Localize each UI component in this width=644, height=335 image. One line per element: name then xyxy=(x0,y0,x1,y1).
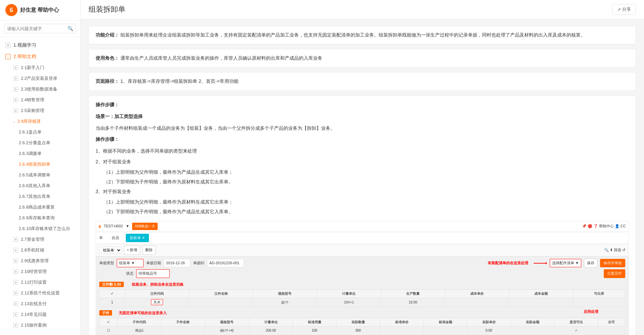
mock-status-value: 待审核品号 xyxy=(136,269,170,278)
sidebar-item-2-6-7[interactable]: 2.6.7其他出库单 xyxy=(0,191,80,202)
mock-lth-actprice: 实际单价 xyxy=(467,318,511,327)
mock-del-btn[interactable]: 删除 xyxy=(142,245,156,255)
sidebar-label-2-11: 2.11打印设置 xyxy=(21,279,47,285)
mock-upper-label: 父件数 5.00 xyxy=(99,282,124,287)
mock-lth-spec: 规格型号 xyxy=(205,318,249,327)
sidebar-label-2-1: 2.1新手入门 xyxy=(21,65,44,71)
sidebar-label-2-3: 2.3使用前数据准备 xyxy=(21,86,57,92)
sidebar-item-2-7[interactable]: + 2.7资金管理 xyxy=(0,234,80,245)
sidebar-item-video[interactable]: + 1.视频学习 xyxy=(0,40,80,51)
sub-expand-icon: + xyxy=(13,323,18,328)
mock-tab-active[interactable]: 新新单 ✕ xyxy=(126,234,149,242)
mock-choose-btn[interactable]: 选择配件清单 ▼ xyxy=(550,259,581,268)
expand-icon: + xyxy=(5,43,11,48)
step3-sub1: （1）上部明细为父件明细，最终作为原材料生成其它出库单； xyxy=(96,198,629,206)
sub-expand-icon: + xyxy=(13,248,18,253)
sidebar-label-2-6-6: 2.6.6其他入库单 xyxy=(19,183,50,189)
search-area: 🔍 xyxy=(0,20,80,37)
path-box: 页面路径： 1、库存核算->库存管理->组装拆卸单 2、首页->常用功能 xyxy=(89,72,636,91)
role-label: 使用角色： xyxy=(96,55,119,61)
sidebar-item-2-10[interactable]: + 2.10经营管理 xyxy=(0,266,80,277)
share-icon: ↗ xyxy=(617,7,621,12)
mock-th-costamt: 成本金额 xyxy=(509,290,573,298)
sub-expand-icon: + xyxy=(13,237,18,242)
sidebar-label-2-6-2: 2.6.2分量盘点单 xyxy=(19,140,50,146)
screenshot-container: 6 TEST-H002 ▼ 同期数据一天 📌 🔴 ❓ 帮助中心 👤 CC ≡ 自… xyxy=(96,221,629,335)
svg-marker-1 xyxy=(546,262,547,265)
sidebar-item-2-6-5[interactable]: 2.6.5成本调整单 xyxy=(0,170,80,180)
mock-status-label: 状态 xyxy=(126,270,133,277)
search-input[interactable] xyxy=(7,26,67,31)
sidebar-item-2-1[interactable]: + 2.1新手入门 xyxy=(0,62,80,73)
mock-th-spec: 规格型号 xyxy=(253,290,317,298)
nav-sub-docs: + 2.1新手入门 + 2.2产品安装及登录 + 2.3使用前数据准备 + 2.… xyxy=(0,62,80,331)
sidebar-item-2-4[interactable]: + 2.4销售管理 xyxy=(0,95,80,105)
mock-upper-table: ✓ 父件代码 父件名称 规格型号 计量单位 生产数量 成本单价 成本金额 可出库 xyxy=(99,289,625,307)
page-title: 组装拆卸单 xyxy=(89,4,125,14)
mock-th-check: ✓ xyxy=(100,290,125,298)
mock-lower-table: ✓ 子件代码 子件名称 规格型号 计量单位 标准用量 实际数量 标准单价 标准金 xyxy=(99,318,625,335)
search-icon[interactable]: 🔍 xyxy=(67,26,73,31)
sub-expand-icon: + xyxy=(13,87,18,92)
sidebar-label-2-5: 2.5采购管理 xyxy=(21,108,44,114)
mock-top-icons: 📌 🔴 ❓ 帮助中心 👤 CC xyxy=(582,223,626,230)
sidebar-item-2-13[interactable]: + 2.13在线支付 xyxy=(0,298,80,309)
sidebar-label-2-15: 2.15操作案例 xyxy=(21,322,47,328)
sidebar-item-2-11[interactable]: + 2.11打印设置 xyxy=(0,277,80,288)
mock-add-btn[interactable]: + 新增 xyxy=(124,245,140,255)
mock-date-value[interactable]: 2019-12-26 xyxy=(164,259,191,268)
mock-tab-home[interactable]: 自员 xyxy=(108,234,122,242)
sub-expand-icon: + xyxy=(13,291,18,295)
mock-type-select[interactable]: 组装单 拆卸单 xyxy=(99,247,122,254)
sidebar-item-2-6-8[interactable]: 2.6.8商品成本重算 xyxy=(0,202,80,213)
mock-lower-row-1: ☐ 商品1 (标/个+4) 200.00 100 300 xyxy=(100,327,625,335)
mock-confirm-btn[interactable]: 立案完毕 xyxy=(604,269,625,278)
mock-right-icons: 🔍 ⬇ 筛选 ↺ xyxy=(604,247,625,254)
sidebar-item-2-6-10[interactable]: 2.6.10库存账本错了怎么办 xyxy=(0,223,80,234)
share-button[interactable]: ↗ 分享 xyxy=(612,4,636,15)
sidebar-item-2-9[interactable]: + 2.9优惠券管理 xyxy=(0,256,80,266)
step2-sub1: （1）上部明细为父件明细，最终作为产成品生成其它入库单； xyxy=(96,168,629,176)
sidebar-item-2-6-2[interactable]: 2.6.2分量盘点单 xyxy=(0,137,80,148)
mock-nav-tabs: ≡ 自员 新新单 ✕ xyxy=(96,232,629,244)
mock-sidebar-icons: ≡ xyxy=(99,233,102,243)
sidebar-item-2-3[interactable]: + 2.3使用前数据准备 xyxy=(0,84,80,95)
sidebar-item-docs[interactable]: - 2.帮助文档 xyxy=(0,51,80,62)
sidebar-item-2-6-4[interactable]: 2.6.4组装拆卸单 xyxy=(0,159,80,170)
sidebar-item-2-14[interactable]: + 2.14常见问题 xyxy=(0,309,80,320)
sidebar-label-2-2: 2.2产品安装及登录 xyxy=(21,75,57,81)
mock-audit-btn[interactable]: 保存并审核 xyxy=(600,259,625,268)
sidebar-item-2-8[interactable]: + 2.8手机旺辅 xyxy=(0,245,80,256)
mock-th-canout: 可出库 xyxy=(573,290,625,298)
mock-th-pcode: 父件代码 xyxy=(125,290,189,298)
sidebar-item-2-12[interactable]: + 2.12系统个性化设置 xyxy=(0,288,80,298)
sub-expand-icon: + xyxy=(13,108,18,113)
sidebar-item-2-6[interactable]: - 2.6库存核算 xyxy=(0,116,80,127)
mock-annotation1: 组装业务、拆卸业务在这里切换 xyxy=(132,282,183,286)
mock-lth-actamt: 实际金额 xyxy=(511,318,554,327)
mock-save-btn[interactable]: 保存 xyxy=(584,259,597,268)
sidebar-label-2-6-4: 2.6.4组装拆卸单 xyxy=(19,161,50,167)
mock-form-section: 单据类型 组装单 ▼ 单据日期 2019-12-26 单据ID AD-20191… xyxy=(96,257,629,335)
sidebar-label-2-12: 2.12系统个性化设置 xyxy=(21,290,60,296)
sidebar-item-2-5[interactable]: + 2.5采购管理 xyxy=(0,105,80,116)
sidebar-item-2-15[interactable]: + 2.15操作案例 xyxy=(0,320,80,331)
search-box[interactable]: 🔍 xyxy=(4,24,76,33)
sidebar-item-2-6-6[interactable]: 2.6.6其他入库单 xyxy=(0,180,80,191)
mock-lower-section-header: 子件 无固定清单可组的在这里录入 启用处理 xyxy=(99,309,625,317)
mock-type-value[interactable]: 组装单 ▼ xyxy=(117,259,144,268)
steps-heading: 操作步骤： xyxy=(96,135,629,144)
sidebar-item-2-6-3[interactable]: 2.6.3调拨单 xyxy=(0,148,80,159)
sidebar-item-2-6-1[interactable]: 2.6.1盘点单 xyxy=(0,127,80,137)
mock-company: TEST-H002 xyxy=(104,223,123,230)
mock-logo: 6 xyxy=(99,223,101,230)
sidebar-label-2-14: 2.14常见问题 xyxy=(21,312,47,318)
sidebar-label-2-6-8: 2.6.8商品成本重算 xyxy=(19,204,55,210)
sidebar-item-2-2[interactable]: + 2.2产品安装及登录 xyxy=(0,73,80,84)
main-content: 组装拆卸单 ↗ 分享 功能介绍： 组装拆卸单用来处理企业组装或拆卸等加工业务，支… xyxy=(80,0,644,335)
mock-home-icon[interactable]: ≡ xyxy=(99,233,102,243)
sidebar-item-2-6-9[interactable]: 2.6.9库存账本查询 xyxy=(0,213,80,223)
mock-lth-out: 出可 xyxy=(598,318,625,327)
sub-collapse-icon: - xyxy=(13,119,15,124)
logo-icon: 6 xyxy=(5,4,17,16)
